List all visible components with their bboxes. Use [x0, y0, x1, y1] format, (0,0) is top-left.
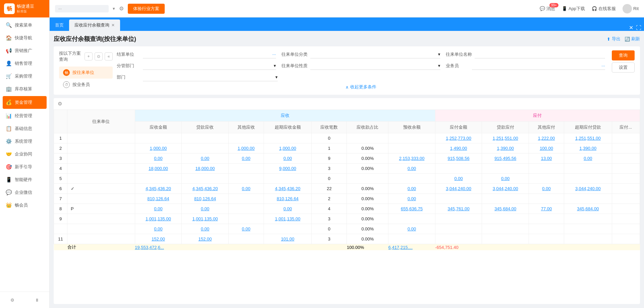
row-other-ap[interactable]	[529, 214, 564, 224]
row-other-ap[interactable]	[529, 174, 564, 184]
row-overdue-ar[interactable]: 810,126.64	[264, 194, 312, 204]
row-loan-ar[interactable]: 1,001,135.00	[182, 214, 229, 224]
table-settings-icon[interactable]: ⚙	[58, 101, 62, 107]
app-btn[interactable]: 📱 App下载	[562, 6, 585, 12]
tab-expand-icon[interactable]: ⛶	[636, 25, 641, 31]
row-overdue-ap[interactable]	[564, 164, 612, 174]
row-other-ap[interactable]: 100.00	[529, 143, 564, 153]
row-ap-amount[interactable]	[435, 164, 482, 174]
table-wrapper[interactable]: 往来单位 应收 应付 应收金额 贷款应收 其他应收 超期应收金额 应收笔数 应收…	[54, 109, 640, 304]
settlement-ellipsis[interactable]: ···	[272, 52, 276, 57]
dropdown-arrow[interactable]: ▾	[113, 6, 115, 11]
row-other-ap[interactable]: 13.00	[529, 153, 564, 164]
row-other-ar[interactable]: 0.00	[228, 184, 264, 194]
row-other-ar[interactable]	[228, 164, 264, 174]
row-loan-ap[interactable]: 1,390.00	[482, 143, 529, 153]
row-other-ap[interactable]	[529, 224, 564, 234]
row-loan-ar[interactable]	[182, 174, 229, 184]
row-loan-ap[interactable]	[482, 224, 529, 234]
row-ap-amount[interactable]: 0.00	[435, 174, 482, 184]
row-other-ar[interactable]	[228, 194, 264, 204]
row-overdue-ap[interactable]: 0.00	[564, 153, 612, 164]
row-other-ar[interactable]: 0.00	[228, 153, 264, 164]
row-other-ar[interactable]	[228, 204, 264, 214]
row-ap-amount[interactable]	[435, 224, 482, 234]
row-loan-ap[interactable]	[482, 234, 529, 244]
tab-close-window-icon[interactable]: ✕	[629, 25, 633, 31]
row-prepaid[interactable]: 0.00	[388, 184, 435, 194]
nav-item-by-staff[interactable]: ⏱ 按业务员	[59, 79, 113, 91]
row-overdue-ar[interactable]	[264, 174, 312, 184]
row-overdue-ar[interactable]: 0.00	[264, 153, 312, 164]
row-other-ar[interactable]	[228, 174, 264, 184]
row-loan-ar[interactable]: 0.00	[182, 204, 229, 214]
sidebar-item-quicknav[interactable]: 🏠 快捷导航	[0, 32, 49, 44]
row-loan-ap[interactable]: 1,251,551.00	[482, 133, 529, 143]
row-ar-amount[interactable]: 1,001,135.00	[135, 214, 182, 224]
export-btn[interactable]: ⬆ 导出	[607, 36, 621, 42]
tab-ar-query[interactable]: 应收应付余额查询 ✕	[69, 19, 120, 31]
row-loan-ap[interactable]	[482, 164, 529, 174]
total-prepaid[interactable]: 6,417,215....	[388, 244, 435, 251]
sidebar-item-sales[interactable]: 👤 销售管理	[0, 57, 49, 70]
unit-nature-select[interactable]: ▾	[310, 62, 441, 70]
sidebar-item-system[interactable]: ⚙️ 系统管理	[0, 135, 49, 148]
row-prepaid[interactable]	[388, 174, 435, 184]
row-overdue-ap[interactable]	[564, 174, 612, 184]
row-ar-amount[interactable]: 0.00	[135, 153, 182, 164]
refresh-btn[interactable]: 🔄 刷新	[625, 36, 640, 42]
row-ap-amount[interactable]	[435, 214, 482, 224]
row-other-ap[interactable]: 77.00	[529, 204, 564, 214]
row-overdue-ar[interactable]	[264, 133, 312, 143]
row-overdue-ar[interactable]: 1,001,135.00	[264, 214, 312, 224]
row-loan-ap[interactable]	[482, 194, 529, 204]
row-overdue-ar[interactable]	[264, 224, 312, 234]
row-ap-amount[interactable]: 1,252,773.00	[435, 133, 482, 143]
row-ap-amount[interactable]: 345,761.00	[435, 204, 482, 214]
row-overdue-ap[interactable]: 3,044,240.00	[564, 184, 612, 194]
row-other-ap[interactable]: 1,222.00	[529, 133, 564, 143]
industry-btn[interactable]: 体验行业方案	[128, 4, 165, 14]
salesperson-input[interactable]: ···	[472, 62, 605, 70]
row-ap-amount[interactable]: 1,490.00	[435, 143, 482, 153]
row-loan-ar[interactable]	[182, 133, 229, 143]
row-loan-ar[interactable]: 810,126.64	[182, 194, 229, 204]
row-other-ap[interactable]	[529, 234, 564, 244]
row-overdue-ap[interactable]: 1,251,551.00	[564, 133, 612, 143]
sidebar-item-inventory[interactable]: 🏢 库存核算	[0, 83, 49, 95]
row-loan-ar[interactable]: 0.00	[182, 153, 229, 164]
sidebar-item-search[interactable]: 🔍 搜索菜单	[0, 19, 49, 32]
row-loan-ap[interactable]: 345,684.00	[482, 204, 529, 214]
row-overdue-ap[interactable]: 1,390.00	[564, 143, 612, 153]
unit-name-input[interactable]	[475, 50, 605, 58]
sidebar-item-collab[interactable]: 🤝 企业协同	[0, 148, 49, 161]
row-ar-amount[interactable]: 0.00	[135, 224, 182, 234]
row-overdue-ar[interactable]: 4,345,436.20	[264, 184, 312, 194]
row-other-ar[interactable]: 1,000.00	[228, 143, 264, 153]
row-overdue-ap[interactable]	[564, 214, 612, 224]
unit-category-select[interactable]: ▾	[310, 50, 441, 58]
row-prepaid[interactable]: 0.00	[388, 164, 435, 174]
sidebar-item-member[interactable]: 👑 畅会员	[0, 199, 49, 212]
row-loan-ap[interactable]	[482, 214, 529, 224]
row-ar-amount[interactable]	[135, 133, 182, 143]
filter-collapse-btn[interactable]: ∧ 收起更多条件	[117, 84, 605, 90]
row-ar-amount[interactable]: 0.00	[135, 204, 182, 214]
sidebar-item-wechat[interactable]: 💬 企业微信	[0, 186, 49, 199]
filter-add-btn[interactable]: +	[85, 52, 93, 60]
row-other-ar[interactable]	[228, 133, 264, 143]
row-ap-amount[interactable]	[435, 194, 482, 204]
row-loan-ar[interactable]: 152.00	[182, 234, 229, 244]
row-prepaid[interactable]: 0.00	[388, 224, 435, 234]
sidebar-collapse-btn[interactable]: ⏸	[32, 295, 42, 305]
row-prepaid[interactable]: 0.00	[388, 194, 435, 204]
row-loan-ap[interactable]: 3,044,240.00	[482, 184, 529, 194]
row-ar-amount[interactable]: 1,000.00	[135, 143, 182, 153]
sidebar-item-guide[interactable]: 🎯 新手引导	[0, 161, 49, 173]
row-other-ar[interactable]	[228, 214, 264, 224]
row-loan-ar[interactable]: 4,345,436.20	[182, 184, 229, 194]
dept-select[interactable]: ▾	[143, 73, 278, 81]
row-overdue-ar[interactable]: 1,000.00	[264, 143, 312, 153]
sidebar-item-operations[interactable]: 📊 经营管理	[0, 109, 49, 122]
total-ar-amount[interactable]: 19,553,472,6...	[135, 244, 182, 251]
